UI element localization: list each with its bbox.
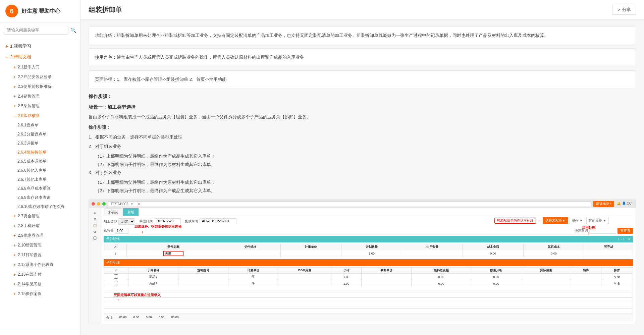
nav-subgroup-24-label: 2.4销售管理 bbox=[18, 94, 40, 99]
nav-leaf-2610[interactable]: 2.6.10库存账本错了怎么办 bbox=[8, 202, 80, 211]
child-row-2: 商品2 件 1.00 0.00 0.00 bbox=[104, 280, 633, 287]
child-col-spec: 规格型号 bbox=[178, 268, 228, 274]
child-row-1: 商品1 件 1.00 0.00 0.00 bbox=[104, 274, 633, 280]
parent-cell-no-1: 1 bbox=[104, 250, 127, 257]
plus-icon-213: + bbox=[13, 272, 16, 277]
parent-name-input-1[interactable] bbox=[163, 251, 183, 256]
new-doc-btn[interactable]: 新建单据+ bbox=[593, 201, 614, 207]
nav-leaf-264[interactable]: 2.6.4组装拆卸单 bbox=[8, 148, 80, 157]
nav-subgroup-215-title[interactable]: + 2.15操作案例 bbox=[8, 289, 80, 299]
nav-subgroup-25-title[interactable]: + 2.5采购管理 bbox=[8, 101, 80, 111]
child-col-check: ✓ bbox=[104, 268, 128, 274]
nav-leaf-269[interactable]: 2.6.9库存账本查询 bbox=[8, 193, 80, 202]
nav-subgroup-22-title[interactable]: + 2.2产品安装及登录 bbox=[8, 72, 80, 82]
logo-title: 好生意 帮助中心 bbox=[21, 8, 60, 15]
nav-subgroup-211: + 2.11打印设置 bbox=[8, 250, 80, 260]
nav-subgroup-211-title[interactable]: + 2.11打印设置 bbox=[8, 250, 80, 260]
nav-subgroup-28-title[interactable]: + 2.8手机旺铺 bbox=[8, 221, 80, 231]
child-cell-op-1: ✎ 🗑 bbox=[601, 274, 633, 280]
child-col-op: 操作 bbox=[601, 268, 633, 274]
app-icon-area: 🔔 👤 CC bbox=[615, 201, 633, 207]
tab-unconfirmed[interactable]: 未确认 bbox=[104, 208, 122, 216]
plus-icon-21: + bbox=[13, 65, 16, 70]
nav-leaf-267[interactable]: 2.6.7其他出库单 bbox=[8, 175, 80, 184]
nav-subgroup-214-title[interactable]: + 2.14常见问题 bbox=[8, 279, 80, 289]
parent-col-unit: 计量单位 bbox=[280, 244, 341, 250]
qty-label: 总数量 bbox=[104, 228, 114, 233]
address-text: TEST-H002 bbox=[111, 202, 128, 206]
search-area: 🔍 bbox=[0, 22, 80, 38]
parent-cell-unit-1 bbox=[280, 250, 341, 257]
role-text: 使用角色：通常由生产人员或库管人员完成拆装业务的操作，库管人员确认原材料的出库和… bbox=[95, 53, 630, 61]
nav-leaf-262[interactable]: 2.6.2分量盘点单 bbox=[8, 130, 80, 139]
intro-text: 功能介绍：组装拆卸单用来处理企业组装或拆卸等加工业务，支持有固定装配清单的产品加… bbox=[95, 32, 630, 39]
main-content: 功能介绍：组装拆卸单用来处理企业组装或拆卸等加工业务，支持有固定装配清单的产品加… bbox=[80, 20, 644, 335]
nav-subgroup-21-title[interactable]: + 2.1新手入门 bbox=[8, 62, 80, 72]
nav-leaf-266[interactable]: 2.6.6其他入库单 bbox=[8, 166, 80, 175]
go-btn[interactable]: 查查看 bbox=[618, 228, 633, 234]
arrow-down-red-icon: ↓ bbox=[141, 229, 144, 234]
search-button[interactable]: 🔍 bbox=[70, 27, 76, 33]
field-type-select[interactable]: 组装 拆卸 bbox=[118, 218, 135, 225]
nav-leaf-265[interactable]: 2.6.5成本调整单 bbox=[8, 157, 80, 166]
nav-subgroup-27-title[interactable]: + 2.7资金管理 bbox=[8, 211, 80, 221]
action-btn[interactable]: 操作 ▼ bbox=[570, 217, 585, 224]
child-cell-check-2 bbox=[104, 280, 128, 287]
parent-col-produce: 生产数量 bbox=[402, 244, 463, 250]
child-col-bom: BOM用量 bbox=[278, 268, 331, 274]
child-cell-actual-2 bbox=[521, 280, 571, 287]
child-col-stock: 出库 bbox=[571, 268, 601, 274]
child-cell-sub-2: 1.00 bbox=[331, 280, 361, 287]
tab-new[interactable]: 新增 bbox=[123, 208, 139, 216]
nav-subgroup-213-label: 2.13在线支付 bbox=[18, 272, 42, 277]
nav-icon-5: 💬 bbox=[93, 236, 97, 240]
share-icon: ↗ bbox=[617, 7, 621, 12]
child-col-analysis: 数量分析 bbox=[471, 268, 521, 274]
share-button[interactable]: ↗ 分享 bbox=[612, 5, 636, 15]
field-no-input[interactable] bbox=[200, 218, 236, 224]
parent-col-check: ✓ bbox=[104, 244, 127, 250]
nav-leaf-263[interactable]: 2.6.3调拨单 bbox=[8, 139, 80, 148]
nav-subgroup-24-title[interactable]: + 2.4销售管理 bbox=[8, 92, 80, 101]
select-bom-btn[interactable]: 选择装配单▼ bbox=[543, 217, 568, 224]
nav-subgroup-29: + 2.9优惠券管理 bbox=[8, 231, 80, 240]
annotation-process-text: 启用处理 bbox=[582, 225, 595, 230]
nav-subgroup-28-label: 2.8手机旺铺 bbox=[18, 223, 40, 229]
nav-subgroup-27-label: 2.7资金管理 bbox=[18, 213, 40, 219]
win-close-btn bbox=[92, 202, 95, 206]
path-block: 页面路径：1、库存核算->库存管理->组装拆卸单 2、首页->常用功能 bbox=[89, 70, 636, 88]
app-tabbar: 未确认 新增 bbox=[101, 208, 636, 216]
search-input[interactable] bbox=[4, 26, 68, 35]
other-btn[interactable]: 其他操作 ▼ bbox=[586, 217, 609, 224]
child-row-5 bbox=[104, 298, 633, 303]
nav-subgroup-29-title[interactable]: + 2.9优惠券管理 bbox=[8, 231, 80, 240]
page-title: 组装拆卸单 bbox=[89, 5, 122, 14]
nav-subgroup-23: + 2.3使用前数据准备 bbox=[8, 82, 80, 92]
fill-annotation: 无固定清单可以直接在这里录入 ↑ bbox=[114, 293, 161, 302]
footer-totals: 合计 ¥0.00 0.00 0.00 0.00 ¥0.00 bbox=[104, 314, 633, 321]
child-checkbox-2[interactable] bbox=[114, 281, 118, 285]
nav-subgroup-213-title[interactable]: + 2.13在线支付 bbox=[8, 270, 80, 279]
child-cell-analysis-2: 0.00 bbox=[471, 280, 521, 287]
child-empty-4 bbox=[104, 292, 633, 298]
qty-row: 总数量 bbox=[104, 228, 128, 234]
plus-icon: + bbox=[5, 44, 8, 49]
path-text: 页面路径：1、库存核算->库存管理->组装拆卸单 2、首页->常用功能 bbox=[95, 75, 630, 83]
nav-leaf-261[interactable]: 2.6.1盘点单 bbox=[8, 121, 80, 130]
scenario1-title: 场景一：加工类型选择 bbox=[89, 104, 636, 110]
nav-group-videos-title[interactable]: + 1.视频学习 bbox=[0, 41, 80, 52]
nav-subgroup-23-title[interactable]: + 2.3使用前数据准备 bbox=[8, 82, 80, 92]
qty-input[interactable] bbox=[115, 228, 128, 234]
child-cell-amount-2: 0.00 bbox=[411, 280, 471, 287]
child-cell-bom-2 bbox=[278, 280, 331, 287]
field-date-input[interactable] bbox=[154, 218, 181, 224]
nav-subgroup-212-title[interactable]: + 2.12系统个性化设置 bbox=[8, 260, 80, 270]
child-checkbox-1[interactable] bbox=[114, 274, 118, 279]
nav-subgroup-26-title[interactable]: − 2.6库存核算 bbox=[8, 111, 80, 121]
nav-group-docs-title[interactable]: − 2.帮助文档 bbox=[0, 52, 80, 62]
nav-subgroup-210-title[interactable]: + 2.10经营管理 bbox=[8, 240, 80, 250]
nav-leaf-268[interactable]: 2.6.8商品成本重算 bbox=[8, 184, 80, 193]
steps-title: 操作步骤： bbox=[89, 94, 636, 100]
nav-icon-2: ⊕ bbox=[94, 217, 96, 221]
nav-subgroup-29-label: 2.9优惠券管理 bbox=[18, 233, 44, 238]
